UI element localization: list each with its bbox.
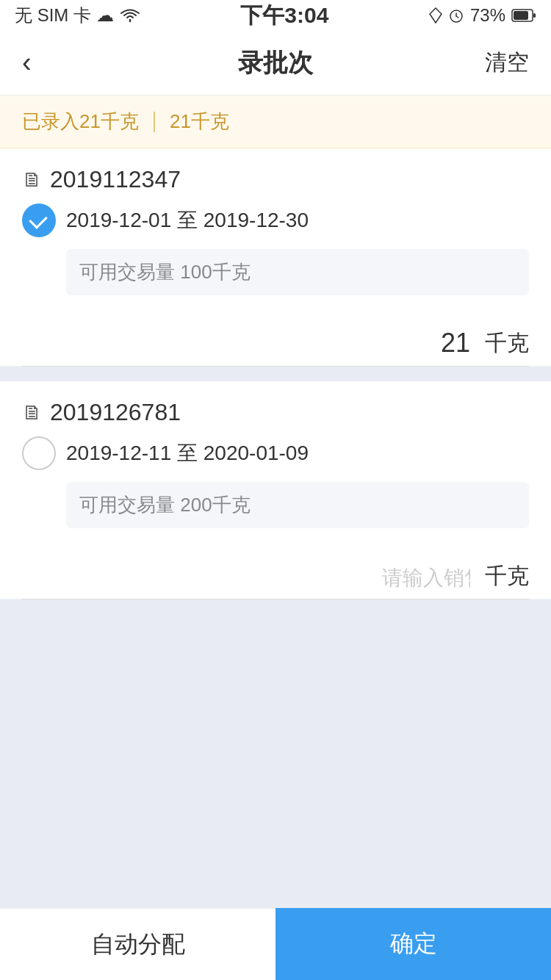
wifi-icon [120,8,140,23]
batch-header-2: 🗎 2019126781 [22,399,529,426]
batch-icon-1: 🗎 [22,167,43,192]
batch-number-1: 2019112347 [50,166,181,193]
page-title: 录批次 [238,46,313,80]
back-button[interactable]: ‹ [22,47,66,79]
amount-input-1[interactable] [382,328,470,359]
amount-unit-2: 千克 [485,561,529,591]
avail-bar-1: 可用交易量 100千克 [66,249,529,295]
status-left: 无 SIM 卡 ☁ [15,4,140,27]
batch-icon-2: 🗎 [22,400,43,425]
batch-item-1: 🗎 2019112347 2019-12-01 至 2019-12-30 可用交… [0,148,551,313]
info-banner: 已录入21千克 21千克 [0,96,551,148]
auto-distribute-button[interactable]: 自动分配 [0,908,276,980]
avail-bar-2: 可用交易量 200千克 [66,482,529,528]
svg-rect-5 [533,13,536,18]
alarm-icon [448,7,464,24]
total-amount: 21千克 [170,109,229,134]
sim-text: 无 SIM 卡 ☁ [15,4,114,27]
status-right: 73% [429,5,536,26]
section-separator [0,367,551,381]
banner-divider [154,112,155,132]
amount-row-1: 千克 [0,313,551,366]
svg-line-2 [456,16,458,18]
batch-date-row-1: 2019-12-01 至 2019-12-30 [22,203,529,237]
amount-unit-1: 千克 [485,328,529,359]
bottom-area [0,599,551,923]
radio-btn-1[interactable] [22,203,56,237]
confirm-button[interactable]: 确定 [276,908,551,980]
location-icon [429,7,442,24]
amount-input-2[interactable] [382,561,470,591]
batch-date-row-2: 2019-12-11 至 2020-01-09 [22,436,529,470]
batch-number-2: 2019126781 [50,399,181,426]
batch-item-2: 🗎 2019126781 2019-12-11 至 2020-01-09 可用交… [0,381,551,546]
clear-button[interactable]: 清空 [485,48,529,78]
status-bar: 无 SIM 卡 ☁ 下午3:04 73% [0,0,551,31]
batch-header-1: 🗎 2019112347 [22,166,529,193]
bottom-buttons: 自动分配 确定 [0,908,551,980]
input-row-2: 千克 [0,546,551,599]
batch-date-1: 2019-12-01 至 2019-12-30 [66,206,309,234]
battery-text: 73% [470,5,505,26]
nav-bar: ‹ 录批次 清空 [0,31,551,96]
batch-date-2: 2019-12-11 至 2020-01-09 [66,439,309,467]
status-time: 下午3:04 [240,1,328,31]
battery-icon [511,9,536,22]
radio-btn-2[interactable] [22,436,56,470]
svg-rect-4 [514,11,528,20]
recorded-amount: 已录入21千克 [22,109,139,134]
